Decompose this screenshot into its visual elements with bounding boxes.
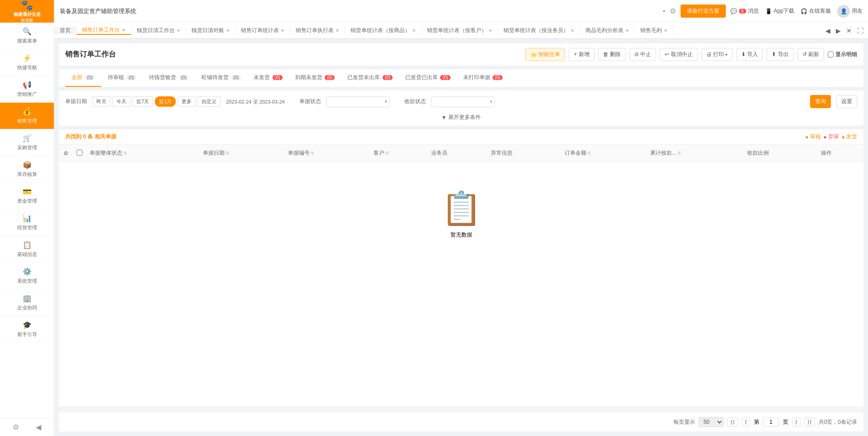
query-btn[interactable]: 查询	[810, 95, 831, 108]
tab-close-sales-stat-customer[interactable]: ✕	[489, 28, 492, 33]
tab-close-cash-reconcile[interactable]: ✕	[226, 28, 230, 33]
tab-close-cash-daily[interactable]: ✕	[177, 28, 180, 33]
cancel-approve-action-btn[interactable]: ● 弃审	[824, 133, 839, 141]
sidebar-item-sales[interactable]: 💰 销售管理	[0, 103, 54, 129]
tab-sales-workbench[interactable]: 销售订单工作台✕	[77, 26, 131, 35]
tab-cash-daily[interactable]: 钱货日清工作台✕	[131, 27, 186, 34]
filter-tab-shipped-not-out[interactable]: 已发货未出库 (0)	[341, 69, 399, 87]
page-prev-btn[interactable]: ⟨	[742, 417, 750, 427]
tab-close-sales-gross[interactable]: ✕	[664, 28, 667, 33]
settings-filter-btn[interactable]: 设置	[836, 95, 857, 108]
tab-sales-gross[interactable]: 销售毛利✕	[635, 27, 673, 34]
tab-close-sales-exec[interactable]: ✕	[336, 28, 339, 33]
settings-icon[interactable]: ⚙	[13, 423, 19, 431]
date-btn-近1月[interactable]: 近1月	[155, 96, 176, 107]
user-btn[interactable]: 👤 用友	[837, 5, 863, 18]
th-status-sort-icon[interactable]: ⇅	[123, 151, 127, 156]
sidebar-item-basic-info[interactable]: 📋 基础信息	[0, 236, 54, 263]
show-detail-checkbox[interactable]	[828, 52, 834, 57]
filter-tab-pending[interactable]: 待审核 (0)	[101, 69, 143, 87]
approve-action-btn[interactable]: ● 审核	[805, 133, 820, 141]
message-btn[interactable]: 💬 6 消息	[730, 7, 759, 15]
filter-tab-label-not-printed: 未打印单据	[463, 74, 490, 81]
cancel-suspend-btn[interactable]: ↩ 取消中止	[660, 48, 697, 61]
tab-label-sales-stat: 销售订单统计表	[241, 27, 279, 34]
payment-select[interactable]	[432, 96, 495, 107]
tab-close-sales-workbench[interactable]: ✕	[122, 28, 125, 33]
tab-sales-stat-customer[interactable]: 销货单统计表（按客户）✕	[422, 27, 498, 34]
sidebar-item-finance[interactable]: 💳 资金管理	[0, 183, 54, 209]
suspend-btn[interactable]: ⊘ 中止	[629, 48, 656, 61]
filter-tab-wangpu-ship[interactable]: 旺铺待发货 (0)	[195, 69, 248, 87]
tab-cash-reconcile[interactable]: 钱货日清对账✕	[186, 27, 235, 34]
tab-expand-btn[interactable]: ⛶	[855, 26, 865, 35]
sidebar-item-quick-nav[interactable]: ⚡ 快捷导航	[0, 49, 54, 76]
page-size-select[interactable]: 50 20 100	[699, 417, 724, 427]
horizontal-scrollbar[interactable]	[59, 407, 863, 412]
tab-next-btn[interactable]: ▶	[834, 26, 843, 35]
sidebar-item-purchase[interactable]: 🛒 采购管理	[0, 129, 54, 156]
online-service-btn[interactable]: 🎧 在线客服	[801, 7, 831, 15]
date-btn-昨天[interactable]: 昨天	[92, 96, 110, 107]
filter-tab-label-pending-inspect: 待拣货验货	[149, 74, 176, 81]
app-download-btn[interactable]: 📱 App下载	[765, 7, 794, 15]
date-btn-更多[interactable]: 更多	[177, 96, 196, 107]
sidebar-item-system[interactable]: ⚙️ 系统管理	[0, 263, 54, 289]
settings-gear-icon[interactable]: ⚙	[670, 7, 676, 15]
th-customer-sort-icon[interactable]: ⇅	[385, 151, 389, 156]
sidebar-item-operations[interactable]: 📊 经营管理	[0, 209, 54, 236]
table-toolbar: 共找到 0 条 相关单据 ● 审核 ● 弃审 ●	[59, 129, 863, 145]
export-btn[interactable]: ⬆ 导出	[767, 48, 793, 61]
th-collected-sort-icon[interactable]: ⇅	[677, 151, 681, 156]
date-btn-近7天[interactable]: 近7天	[132, 96, 153, 107]
th-date-sort-icon[interactable]: ⇅	[225, 151, 229, 156]
tab-close-sales-stat[interactable]: ✕	[281, 28, 284, 33]
th-amount-sort-icon[interactable]: ⇅	[587, 151, 591, 156]
sidebar-item-newbie[interactable]: 🎓 新手引导	[0, 316, 54, 343]
industry-btn[interactable]: 体验行业方案	[681, 5, 726, 18]
status-select[interactable]	[326, 96, 390, 107]
show-detail-label[interactable]: 显示明细	[828, 51, 857, 58]
tab-sales-stat-product[interactable]: 销货单统计表（按商品）✕	[345, 27, 422, 34]
expand-btn[interactable]: ▼ 展开更多条件	[441, 114, 481, 121]
import-btn[interactable]: ⬇ 导入	[736, 48, 763, 61]
system-title-dropdown[interactable]: ▾	[663, 9, 665, 14]
tab-close-all-btn[interactable]: ✕	[844, 26, 854, 35]
page-number-input[interactable]	[763, 417, 779, 427]
gear-col-icon[interactable]: ⚙	[63, 150, 68, 156]
th-number-sort-icon[interactable]: ⇅	[311, 151, 314, 156]
filter-tab-pending-inspect[interactable]: 待拣货验货 (0)	[143, 69, 195, 87]
filter-tab-all[interactable]: 全部 (0)	[65, 69, 101, 87]
sidebar-item-inventory[interactable]: 📦 库存核算	[0, 156, 54, 183]
smart-create-btn[interactable]: ⭐ 智能生单	[525, 48, 565, 61]
tab-close-sales-stat-product[interactable]: ✕	[412, 28, 416, 33]
sidebar-item-enterprise[interactable]: 🏢 企业协同	[0, 289, 54, 316]
tab-product-margin[interactable]: 商品毛利分析表✕	[580, 27, 635, 34]
collapse-icon[interactable]: ◀	[36, 423, 41, 431]
tab-prev-btn[interactable]: ◀	[824, 26, 832, 35]
delete-btn[interactable]: 🗑 删除	[598, 48, 626, 61]
online-service-label: 在线客服	[809, 7, 831, 15]
sidebar-item-search[interactable]: 🔍 搜索菜单	[0, 23, 54, 49]
filter-tab-shipped-out[interactable]: 已发货已出库 (0)	[399, 69, 457, 87]
add-btn[interactable]: + 新增	[569, 48, 594, 61]
page-last-btn[interactable]: ⟩⟩	[804, 417, 815, 427]
print-btn[interactable]: 🖨 打印 ▾	[701, 48, 733, 61]
sidebar-item-marketing[interactable]: 📢 营销推广	[0, 76, 54, 103]
ship-action-btn[interactable]: ● 发货	[842, 133, 857, 141]
tab-home[interactable]: 首页	[54, 27, 77, 34]
select-all-checkbox[interactable]	[77, 150, 82, 156]
tab-sales-stat[interactable]: 销售订单统计表✕	[235, 27, 290, 34]
page-next-btn[interactable]: ⟩	[792, 417, 801, 427]
page-first-btn[interactable]: ⟨⟨	[727, 417, 738, 427]
tab-sales-exec[interactable]: 销售订单执行表✕	[290, 27, 345, 34]
tab-close-sales-stat-staff[interactable]: ✕	[571, 28, 574, 33]
filter-tab-not-shipped[interactable]: 未发货 (0)	[247, 69, 289, 87]
refresh-btn[interactable]: ↺ 刷新	[797, 48, 824, 61]
tab-close-product-margin[interactable]: ✕	[625, 28, 629, 33]
filter-tab-not-printed[interactable]: 未打印单据 (0)	[457, 69, 509, 87]
date-btn-自定义[interactable]: 自定义	[197, 96, 221, 107]
date-btn-今天[interactable]: 今天	[112, 96, 130, 107]
filter-tab-expired-not-ship[interactable]: 到期未发货 (0)	[289, 69, 341, 87]
tab-sales-stat-staff[interactable]: 销货单统计表（按业务员）✕	[498, 27, 580, 34]
